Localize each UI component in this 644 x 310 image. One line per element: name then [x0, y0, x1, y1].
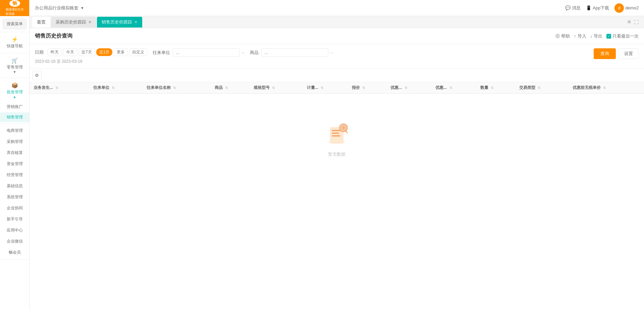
only-last-checkbox[interactable]: ✓: [606, 34, 611, 39]
goods-more-icon[interactable]: ···: [330, 50, 333, 55]
help-icon: ⓪: [555, 33, 560, 39]
tab-sales-history-close[interactable]: ✕: [134, 20, 138, 24]
tab-home[interactable]: 首页: [32, 17, 50, 28]
user-avatar-button[interactable]: d demo2: [614, 3, 639, 13]
date-btn-last7[interactable]: 近7天: [78, 48, 95, 56]
date-filter-row: 日期 昨天 今天 近7天 近1月 更多 自定义: [35, 48, 147, 56]
empty-state: 暂无数据: [30, 94, 644, 184]
sidebar: 畅 畅捷通好生意标准版 搜索菜单 ⚡ 快捷导航 🛒 零售管理 ▼ 📦 批发管理 …: [0, 0, 30, 310]
retail-icon: 🛒: [11, 57, 18, 64]
col-spec[interactable]: 规格型号 ⇅: [250, 82, 303, 94]
col-discount1[interactable]: 优惠... ⇅: [386, 82, 431, 94]
message-icon: 💬: [565, 5, 571, 10]
sidebar-item-purchase[interactable]: 采购管理: [0, 136, 29, 147]
col-quantity[interactable]: 数量 ⇅: [476, 82, 515, 94]
goods-input[interactable]: [261, 48, 328, 57]
sidebar-item-system[interactable]: 系统管理: [0, 192, 29, 203]
tab-purchase-history-close[interactable]: ✕: [88, 20, 92, 24]
tab-purchase-history-label: 采购历史价跟踪: [56, 19, 86, 25]
sidebar-item-basic[interactable]: 基础信息: [0, 180, 29, 192]
sort-business-date-icon: ⇅: [55, 86, 58, 90]
tab-sales-history[interactable]: 销售历史价跟踪 ✕: [97, 17, 142, 28]
col-quote[interactable]: 报价 ⇅: [348, 82, 387, 94]
ecommerce-label: 电商管理: [7, 128, 23, 134]
help-button[interactable]: ⓪ 帮助: [555, 33, 570, 39]
sidebar-item-wechat[interactable]: 企业微信: [0, 236, 29, 247]
sort-discount2-icon: ⇅: [449, 86, 452, 90]
sidebar-item-quick-nav[interactable]: ⚡ 快捷导航: [0, 34, 29, 52]
search-menu-button[interactable]: 搜索菜单: [3, 19, 26, 29]
topbar-dropdown-button[interactable]: ▾: [81, 5, 84, 10]
col-trade-type[interactable]: 交易类型 ⇅: [515, 82, 569, 94]
partner-more-icon[interactable]: ···: [241, 50, 245, 55]
partner-input[interactable]: [173, 48, 240, 57]
help-label: 帮助: [561, 33, 570, 39]
sidebar-item-marketing[interactable]: 营销推广: [0, 101, 29, 112]
sidebar-item-ecommerce[interactable]: 电商管理: [0, 125, 29, 136]
empty-icon: [323, 120, 350, 147]
main-area: 办公用品行业模拟账套 ▾ 💬 消息 📱 App下载 d demo2 首页 采购历…: [30, 0, 644, 310]
sidebar-logo: 畅 畅捷通好生意标准版: [0, 0, 29, 16]
date-btn-custom[interactable]: 自定义: [129, 48, 147, 56]
sidebar-item-member[interactable]: 畅会员: [0, 247, 29, 258]
empty-text: 暂无数据: [328, 151, 345, 157]
date-btn-last1month[interactable]: 近1月: [96, 48, 113, 56]
app-download-button[interactable]: 📱 App下载: [586, 5, 609, 11]
partner-input-group: ···: [173, 48, 245, 57]
date-btn-today[interactable]: 今天: [63, 48, 77, 56]
only-last-checkbox-group[interactable]: ✓ 只看最后一次: [606, 33, 639, 39]
export-button[interactable]: ↓ 导出: [590, 33, 603, 39]
date-btn-more[interactable]: 更多: [114, 48, 128, 56]
col-pretax-price[interactable]: 优惠前无税单价 ⇅: [569, 82, 644, 94]
message-button[interactable]: 💬 消息: [565, 5, 581, 11]
sort-partner-name-icon: ⇅: [173, 86, 176, 90]
tab-expand-icon[interactable]: ⛶: [634, 19, 639, 25]
sidebar-item-enterprise[interactable]: 企业协同: [0, 203, 29, 214]
sidebar-item-wholesale[interactable]: 📦 批发管理 ▲: [0, 80, 29, 101]
sidebar-retail-section: 🛒 零售管理 ▼: [0, 53, 29, 78]
col-unit[interactable]: 计量... ⇅: [303, 82, 348, 94]
col-partner-name[interactable]: 往来单位名称 ⇅: [143, 82, 211, 94]
export-icon: ↓: [590, 34, 593, 39]
logo-text: 畅捷通好生意标准版: [6, 7, 24, 16]
data-table: 业务发生... ⇅ 往来单位 ⇅ 往来单位名称 ⇅ 商品: [30, 82, 644, 94]
sort-unit-icon: ⇅: [321, 86, 323, 90]
col-partner-code-label: 往来单位: [93, 85, 109, 90]
table-settings-button[interactable]: ⚙: [32, 71, 42, 80]
sidebar-item-inventory[interactable]: 库存核算: [0, 147, 29, 158]
col-goods[interactable]: 商品 ⇅: [211, 82, 250, 94]
tab-purchase-history[interactable]: 采购历史价跟踪 ✕: [51, 17, 96, 28]
search-button[interactable]: 查询: [594, 48, 616, 59]
filter-action-buttons: 查询 设置: [594, 48, 639, 59]
date-btn-yesterday[interactable]: 昨天: [48, 48, 62, 56]
sidebar-item-operations[interactable]: 经营管理: [0, 169, 29, 180]
goods-input-group: ···: [261, 48, 333, 57]
page-header: 销售历史价查询 ⓪ 帮助 ↑ 导入 ↓ 导出 ✓ 只看最后一次: [30, 28, 644, 44]
col-business-date[interactable]: 业务发生... ⇅: [30, 82, 89, 94]
col-discount2[interactable]: 优惠... ⇅: [431, 82, 476, 94]
table-head: 业务发生... ⇅ 往来单位 ⇅ 往来单位名称 ⇅ 商品: [30, 82, 644, 94]
table-container: ⚙ 业务发生... ⇅ 往来单位 ⇅ 往来单: [30, 69, 644, 184]
topbar-left: 办公用品行业模拟账套 ▾: [35, 5, 84, 11]
sidebar-item-retail[interactable]: 🛒 零售管理 ▼: [0, 55, 29, 76]
sidebar-item-apps[interactable]: 应用中心: [0, 225, 29, 236]
export-label: 导出: [594, 33, 602, 39]
import-button[interactable]: ↑ 导入: [574, 33, 586, 39]
wholesale-arrow: ▲: [13, 95, 16, 99]
operations-label: 经营管理: [7, 172, 23, 178]
gear-icon: ⚙: [35, 73, 39, 78]
col-spec-label: 规格型号: [254, 85, 270, 90]
inventory-label: 库存核算: [7, 150, 23, 156]
page-title: 销售历史价查询: [35, 33, 72, 40]
col-partner-code[interactable]: 往来单位 ⇅: [89, 82, 143, 94]
sort-trade-type-icon: ⇅: [538, 86, 540, 90]
sidebar-item-guide[interactable]: 新手引导: [0, 214, 29, 225]
retail-label: 零售管理: [7, 64, 23, 70]
tab-minimize-icon[interactable]: ✕: [627, 19, 631, 25]
import-label: 导入: [578, 33, 586, 39]
settings-button[interactable]: 设置: [619, 48, 639, 59]
sidebar-item-sales[interactable]: 销售管理: [0, 112, 29, 122]
quick-nav-label: 快捷导航: [7, 43, 23, 49]
sales-label: 销售管理: [7, 114, 23, 120]
sidebar-item-finance[interactable]: 资金管理: [0, 158, 29, 169]
